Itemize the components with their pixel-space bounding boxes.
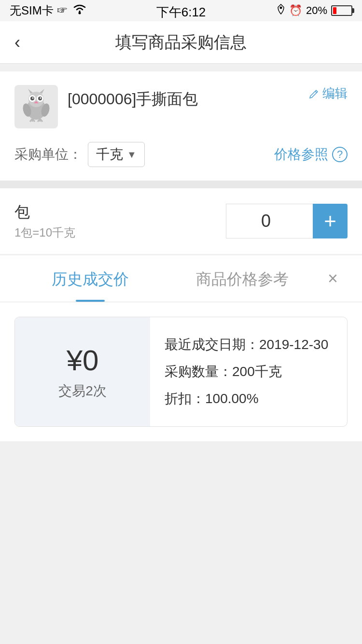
main-content: [0000006]手撕面包 编辑 采购单位： 千克 ▼ 价格参照 xyxy=(0,71,362,441)
battery-icon xyxy=(331,5,352,16)
battery-percent: 20% xyxy=(306,4,327,17)
svg-point-11 xyxy=(40,97,42,98)
quantity-input[interactable] xyxy=(226,204,313,238)
transaction-discount-row: 折扣：100.00% xyxy=(165,389,333,409)
quantity-input-group: + xyxy=(226,204,348,238)
edit-icon xyxy=(309,88,320,99)
transaction-qty-row: 采购数量：200千克 xyxy=(165,362,333,382)
status-left: 无SIM卡 ☞ xyxy=(10,3,86,18)
carrier-label: 无SIM卡 ☞ xyxy=(10,3,68,18)
wifi-icon xyxy=(73,4,86,17)
price-reference-button[interactable]: 价格参照 ? xyxy=(274,145,348,164)
transaction-date-row: 最近成交日期：2019-12-30 xyxy=(165,335,333,355)
transaction-card: ¥0 交易2次 最近成交日期：2019-12-30 采购数量：200千克 折扣：… xyxy=(14,317,348,427)
svg-point-1 xyxy=(279,7,282,9)
product-card: [0000006]手撕面包 编辑 采购单位： 千克 ▼ 价格参照 xyxy=(0,71,362,181)
tab-price-reference[interactable]: 商品价格参考 xyxy=(166,255,318,302)
unit-section: 采购单位： 千克 ▼ xyxy=(14,142,145,167)
product-top: [0000006]手撕面包 编辑 xyxy=(14,85,348,128)
status-right: ⏰ 20% xyxy=(277,4,352,17)
product-name: [0000006]手撕面包 xyxy=(68,89,198,110)
svg-point-10 xyxy=(32,97,34,98)
quantity-conversion: 1包=10千克 xyxy=(14,225,75,240)
help-icon: ? xyxy=(332,147,348,162)
date-value: 2019-12-30 xyxy=(259,337,328,352)
section-divider xyxy=(0,181,362,188)
svg-point-0 xyxy=(79,12,81,14)
chevron-down-icon: ▼ xyxy=(127,149,137,160)
discount-value: 100.00% xyxy=(205,391,259,406)
tabs-header: 历史成交价 商品价格参考 × xyxy=(0,255,362,302)
product-icon xyxy=(19,89,53,125)
product-info: [0000006]手撕面包 xyxy=(68,85,198,110)
unit-selector[interactable]: 千克 ▼ xyxy=(88,142,145,167)
svg-marker-5 xyxy=(40,89,44,94)
product-unit-row: 采购单位： 千克 ▼ 价格参照 ? xyxy=(14,142,348,167)
alarm-icon: ⏰ xyxy=(289,4,302,17)
svg-line-21 xyxy=(315,91,317,93)
date-label: 最近成交日期： xyxy=(165,337,259,352)
quantity-plus-button[interactable]: + xyxy=(313,204,348,238)
location-icon xyxy=(277,4,285,17)
back-button[interactable]: ‹ xyxy=(14,32,43,53)
transaction-count: 交易2次 xyxy=(58,382,107,400)
page-title: 填写商品采购信息 xyxy=(115,31,247,54)
transaction-list: ¥0 交易2次 最近成交日期：2019-12-30 采购数量：200千克 折扣：… xyxy=(0,302,362,441)
quantity-label: 包 1包=10千克 xyxy=(14,202,75,240)
status-bar: 无SIM卡 ☞ 下午6:12 ⏰ 20% xyxy=(0,0,362,21)
transaction-price: ¥0 xyxy=(67,344,99,377)
svg-marker-4 xyxy=(28,89,33,94)
time-display: 下午6:12 xyxy=(156,4,206,21)
product-left: [0000006]手撕面包 xyxy=(14,85,198,128)
transaction-details: 最近成交日期：2019-12-30 采购数量：200千克 折扣：100.00% xyxy=(150,317,347,426)
qty-value: 200千克 xyxy=(232,364,282,379)
quantity-unit: 包 xyxy=(14,202,75,223)
discount-label: 折扣： xyxy=(165,391,205,406)
page-header: ‹ 填写商品采购信息 xyxy=(0,21,362,64)
quantity-row: 包 1包=10千克 + xyxy=(0,188,362,254)
close-tabs-button[interactable]: × xyxy=(318,260,348,297)
unit-value: 千克 xyxy=(96,145,123,164)
qty-label: 采购数量： xyxy=(165,364,232,379)
tab-history-price[interactable]: 历史成交价 xyxy=(14,255,166,302)
product-thumbnail xyxy=(14,85,58,128)
transaction-price-summary: ¥0 交易2次 xyxy=(15,317,150,426)
unit-label: 采购单位： xyxy=(14,145,82,164)
edit-button[interactable]: 编辑 xyxy=(309,85,348,102)
tabs-panel: 历史成交价 商品价格参考 × ¥0 交易2次 最近成交日期：2019-12-30… xyxy=(0,255,362,441)
